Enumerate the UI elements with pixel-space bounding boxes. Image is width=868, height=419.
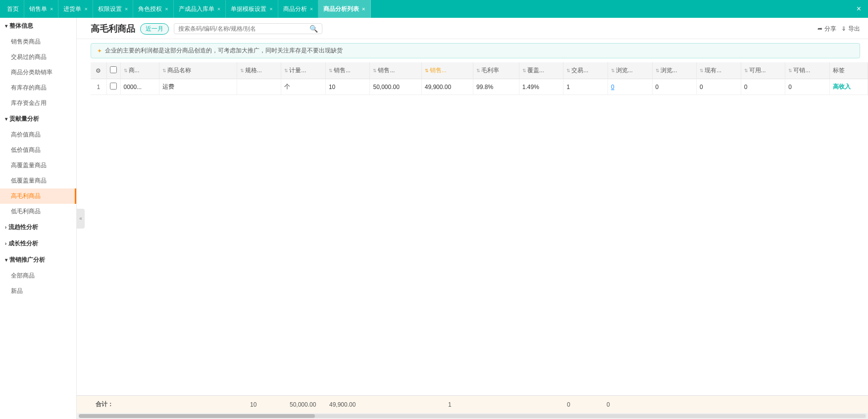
sidebar-item-category-rate[interactable]: 商品分类助销率 [0, 65, 76, 80]
info-banner: ✦ 企业的主要的利润都是这部分商品创造的，可考虑加大推广，同时关注库存是不要出现… [91, 43, 860, 58]
nav-tab-template[interactable]: 单据模板设置 × [226, 0, 278, 18]
col-coverage[interactable]: ⇅覆盖... [519, 62, 563, 79]
info-icon: ✦ [97, 47, 102, 54]
col-gross-margin[interactable]: ⇅毛利率 [473, 62, 519, 79]
footer-spacer-5 [524, 401, 564, 408]
col-code[interactable]: ⇅商... [120, 62, 159, 79]
sidebar-item-low-coverage[interactable]: 低覆盖量商品 [0, 173, 76, 188]
nav-tab-inbound[interactable]: 产成品入库单 × [174, 0, 226, 18]
sidebar-item-stocked-goods[interactable]: 有库存的商品 [0, 80, 76, 95]
col-current-stock[interactable]: ⇅现有... [697, 62, 741, 79]
sidebar-item-all-goods[interactable]: 全部商品 [0, 268, 76, 283]
nav-tab-home[interactable]: 首页 [2, 0, 24, 18]
cell-gross-margin: 99.8% [473, 79, 519, 95]
total-label: 合计： [91, 400, 123, 409]
cell-tag: 高收入 [829, 79, 868, 95]
sidebar-section-growth[interactable]: › 成长性分析 [0, 235, 76, 252]
sidebar-item-high-margin[interactable]: 高毛利商品 [0, 188, 76, 204]
col-spec[interactable]: ⇅规格... [237, 62, 281, 79]
cell-unit: 个 [281, 79, 326, 95]
row-checkbox[interactable] [110, 83, 117, 90]
export-btn[interactable]: ⇓ 导出 [841, 25, 860, 33]
sidebar-item-high-coverage[interactable]: 高覆盖量商品 [0, 158, 76, 173]
sidebar-section-overall[interactable]: ▾ 整体信息 [0, 18, 76, 34]
cell-name: 运费 [159, 79, 237, 95]
col-checkbox [106, 62, 120, 79]
select-all-checkbox[interactable] [110, 66, 117, 73]
nav-tab-role[interactable]: 角色授权 × [133, 0, 173, 18]
info-text: 企业的主要的利润都是这部分商品创造的，可考虑加大推广，同时关注库存是不要出现缺货 [105, 47, 343, 55]
search-icon[interactable]: 🔍 [309, 25, 318, 33]
sidebar-section-contribution[interactable]: ▾ 贡献量分析 [0, 111, 76, 127]
cell-code: 0000... [120, 79, 159, 95]
sidebar-item-traded-goods[interactable]: 交易过的商品 [0, 49, 76, 65]
arrow-overall: ▾ [5, 23, 7, 29]
footer-cells: 10 50,000.00 49,900.00 1 0 0 [123, 401, 868, 408]
nav-tab-analysis-list[interactable]: 商品分析列表 × [318, 0, 370, 18]
close-analysis-tab[interactable]: × [310, 6, 313, 12]
col-sales-qty[interactable]: ⇅销售... [325, 62, 370, 79]
col-trade[interactable]: ⇅交易... [563, 62, 608, 79]
col-available[interactable]: ⇅可用... [741, 62, 785, 79]
sidebar-item-sales-goods[interactable]: 销售类商品 [0, 34, 76, 49]
search-box: 🔍 [174, 23, 322, 34]
close-analysis-list-tab[interactable]: × [362, 6, 365, 12]
col-sales-profit[interactable]: ⇅销售... [421, 62, 473, 79]
close-sales-tab[interactable]: × [50, 6, 53, 12]
cell-view1[interactable]: 0 [608, 79, 652, 95]
share-btn[interactable]: ➦ 分享 [817, 25, 836, 33]
sidebar-item-new-goods[interactable]: 新品 [0, 283, 76, 299]
arrow-contribution: ▾ [5, 116, 7, 122]
sidebar: ▾ 整体信息 销售类商品 交易过的商品 商品分类助销率 有库存的商品 库存资金占… [0, 18, 77, 419]
col-settings[interactable]: ⚙ [91, 62, 106, 79]
nav-tab-sales[interactable]: 销售单 × [24, 0, 58, 18]
footer-total: 合计： 10 50,000.00 49,900.00 1 0 0 [77, 395, 868, 413]
sidebar-item-low-value[interactable]: 低价值商品 [0, 142, 76, 158]
arrow-trend: › [5, 225, 6, 230]
col-tag[interactable]: 标签 [829, 62, 868, 79]
col-unit[interactable]: ⇅计量... [281, 62, 326, 79]
top-nav: 首页 销售单 × 进货单 × 权限设置 × 角色授权 × 产成品入库单 × 单据… [0, 0, 868, 18]
footer-spacer-1 [123, 401, 247, 408]
col-sellable[interactable]: ⇅可销... [785, 62, 830, 79]
cell-available: 0 [741, 79, 785, 95]
sidebar-item-stock-capital[interactable]: 库存资金占用 [0, 95, 76, 111]
footer-available: 0 [604, 401, 643, 408]
cell-checkbox [106, 79, 120, 95]
bottom-scrollbar[interactable] [77, 413, 868, 419]
sidebar-section-trend[interactable]: › 流趋性分析 [0, 219, 76, 235]
close-permission-tab[interactable]: × [125, 6, 128, 12]
table-container[interactable]: ⚙ ⇅商... ⇅商品名称 ⇅规格... ⇅计量... ⇅销售... ⇅销售..… [77, 62, 868, 395]
cell-current-stock: 0 [697, 79, 741, 95]
nav-tab-purchase[interactable]: 进货单 × [58, 0, 93, 18]
table-row: 1 0000... 运费 个 10 50,000.00 49,900.00 99… [91, 79, 868, 95]
share-icon: ➦ [817, 25, 822, 32]
settings-icon[interactable]: ⚙ [96, 67, 101, 74]
collapse-sidebar-btn[interactable]: « [77, 209, 85, 229]
col-name[interactable]: ⇅商品名称 [159, 62, 237, 79]
filter-month-btn[interactable]: 近一月 [140, 23, 169, 35]
col-sales-amount[interactable]: ⇅销售... [370, 62, 421, 79]
footer-spacer-4 [485, 401, 524, 408]
close-purchase-tab[interactable]: × [84, 6, 87, 12]
data-table: ⚙ ⇅商... ⇅商品名称 ⇅规格... ⇅计量... ⇅销售... ⇅销售..… [91, 62, 868, 95]
export-icon: ⇓ [841, 25, 846, 32]
nav-tab-permission[interactable]: 权限设置 × [93, 0, 133, 18]
col-view1[interactable]: ⇅浏览... [608, 62, 652, 79]
nav-tab-analysis[interactable]: 商品分析 × [278, 0, 318, 18]
search-input[interactable] [178, 25, 309, 32]
close-all-tabs-btn[interactable]: × [852, 4, 866, 13]
close-template-tab[interactable]: × [269, 6, 272, 12]
sidebar-item-low-margin[interactable]: 低毛利商品 [0, 204, 76, 219]
close-role-tab[interactable]: × [165, 6, 168, 12]
close-inbound-tab[interactable]: × [217, 6, 220, 12]
sidebar-section-marketing[interactable]: ▾ 营销推广分析 [0, 252, 76, 268]
scrollbar-thumb[interactable] [79, 414, 315, 418]
page-title: 高毛利商品 [91, 23, 135, 35]
sidebar-item-high-value[interactable]: 高价值商品 [0, 127, 76, 142]
cell-coverage: 1.49% [519, 79, 563, 95]
content-area: « 高毛利商品 近一月 🔍 ➦ 分享 ⇓ 导出 ✦ 企 [77, 18, 868, 419]
cell-num: 1 [91, 79, 106, 95]
scrollbar-track [79, 414, 866, 418]
col-view2[interactable]: ⇅浏览... [652, 62, 697, 79]
